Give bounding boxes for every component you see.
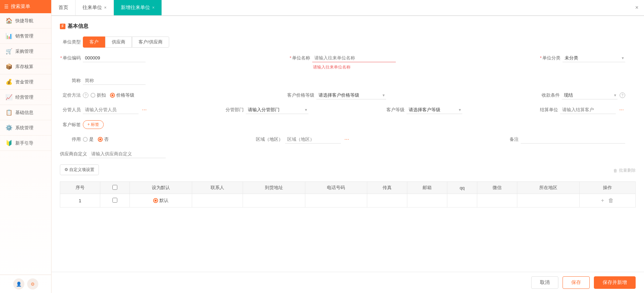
sidebar-bottom: 👤 ⚙ [0, 275, 51, 293]
add-tag-btn[interactable]: + 标签 [83, 120, 104, 129]
unit-code-field: *单位编码 [60, 54, 146, 62]
cell-area [517, 194, 579, 207]
region-input[interactable] [285, 135, 341, 144]
row-add-btn[interactable]: + [599, 197, 605, 204]
operations-icon: 📈 [6, 94, 13, 100]
sidebar-item-sales[interactable]: 📊 销售管理 [0, 29, 51, 44]
payment-help-icon[interactable]: ? [620, 92, 625, 98]
money-icon: 💰 [6, 79, 13, 85]
disabled-row: 停用 是 否 区域（地区） ··· [60, 135, 636, 144]
table-wrapper: 序号 设为默认 联系人 到货地址 电话号码 传真 邮箱 qq 微信 [60, 181, 636, 207]
sidebar-item-system[interactable]: ⚙️ 系统管理 [0, 120, 51, 136]
col-area: 所在地区 [517, 182, 579, 194]
cancel-button[interactable]: 取消 [531, 276, 558, 289]
unit-category-select-wrapper: 未分类 [563, 54, 625, 62]
select-all-checkbox[interactable] [112, 185, 117, 190]
region-more-btn[interactable]: ··· [343, 136, 350, 143]
settlement-unit-input[interactable] [560, 106, 616, 114]
tab-home[interactable]: 首页 [52, 0, 76, 15]
guide-icon: 🔰 [6, 140, 13, 146]
settlement-unit-label: 结算单位 [537, 107, 558, 113]
pricing-discount-circle [91, 93, 95, 98]
chart-icon: 📊 [6, 33, 13, 39]
tags-field: 客户标签 + 标签 [60, 120, 104, 129]
department-label: 分管部门 [223, 107, 244, 113]
col-phone: 电话号码 [305, 182, 367, 194]
customer-price-level-select[interactable]: 请选择客户价格等级 [316, 91, 386, 99]
tab-partners[interactable]: 往来单位 × [76, 0, 114, 15]
settlement-more-btn[interactable]: ··· [618, 107, 625, 113]
default-radio[interactable]: 默认 [133, 197, 188, 204]
short-name-input[interactable] [83, 76, 146, 85]
gear-icon: ⚙️ [6, 124, 13, 131]
pricing-discount-radio[interactable]: 折扣 [91, 92, 106, 98]
content-area: F 基本信息 单位类型 客户 供应商 客户/供应商 *单位编码 [52, 16, 644, 272]
unit-name-input[interactable] [312, 54, 396, 62]
table-row: 1 默认 [60, 194, 636, 207]
type-btn-supplier[interactable]: 供应商 [105, 36, 132, 48]
table-section: ⚙ 自定义项设置 🗑 批量删除 序号 设为默认 [60, 164, 636, 207]
settlement-unit-field: 结算单位 ··· [537, 106, 625, 114]
sidebar-item-finance[interactable]: 💰 资金管理 [0, 74, 51, 90]
department-wrapper: 请输入分管部门 [246, 106, 308, 114]
save-add-button[interactable]: 保存并新增 [594, 276, 636, 289]
short-name-row: 简称 [60, 76, 636, 85]
col-qq: qq [447, 182, 477, 194]
pricing-level-radio[interactable]: 价格等级 [110, 92, 134, 98]
payment-terms-select[interactable]: 现结 [562, 91, 618, 99]
box-icon: 📦 [6, 63, 13, 70]
region-field: 区域（地区） ··· [256, 135, 350, 144]
cell-action: + 🗑 [579, 194, 635, 207]
cell-address [243, 194, 305, 207]
unit-category-select[interactable]: 未分类 [563, 54, 625, 62]
contacts-table: 序号 设为默认 联系人 到货地址 电话号码 传真 邮箱 qq 微信 [60, 181, 636, 207]
disabled-field: 停用 是 否 [60, 136, 109, 143]
save-button[interactable]: 保存 [563, 276, 590, 289]
department-select[interactable]: 请输入分管部门 [246, 106, 308, 114]
sidebar-user-btn[interactable]: 👤 [13, 278, 24, 290]
payment-terms-label: 收款条件 [539, 92, 560, 98]
row-checkbox[interactable] [112, 198, 117, 203]
sidebar-item-purchase[interactable]: 🛒 采购管理 [0, 44, 51, 59]
short-name-field: 简称 [60, 76, 146, 85]
tab-new-partner[interactable]: 新增往来单位 × [114, 0, 162, 15]
pricing-method-field: 定价方法 ? 折扣 价格等级 [60, 92, 134, 98]
window-close-btn[interactable]: × [630, 5, 644, 11]
disabled-no-radio[interactable]: 否 [98, 136, 109, 143]
batch-delete-btn[interactable]: 🗑 批量删除 [613, 168, 636, 173]
customer-level-select[interactable]: 请选择客户等级 [407, 106, 462, 114]
customer-level-field: 客户等级 请选择客户等级 [384, 106, 462, 114]
col-fax: 传真 [367, 182, 407, 194]
supplier-custom-input[interactable] [89, 150, 166, 158]
unit-type-btn-group: 客户 供应商 客户/供应商 [83, 36, 169, 48]
row-delete-btn[interactable]: 🗑 [607, 197, 615, 204]
supplier-custom-field: 供应商自定义 [60, 150, 166, 158]
sidebar-item-quick-nav[interactable]: 🏠 快捷导航 [0, 13, 51, 29]
sidebar-item-operations[interactable]: 📈 经营管理 [0, 90, 51, 105]
region-label: 区域（地区） [256, 136, 283, 143]
sidebar-settings-btn[interactable]: ⚙ [27, 278, 38, 290]
list-icon: 📋 [6, 109, 13, 116]
sidebar-item-basic-info[interactable]: 📋 基础信息 [0, 105, 51, 120]
manager-input[interactable] [83, 106, 139, 114]
pricing-help-icon[interactable]: ? [83, 92, 88, 98]
custom-settings-btn[interactable]: ⚙ 自定义项设置 [60, 164, 99, 175]
remark-input[interactable] [521, 135, 625, 144]
tab-new-partner-close[interactable]: × [152, 5, 155, 10]
tab-partners-close[interactable]: × [104, 5, 107, 10]
tab-bar: 首页 往来单位 × 新增往来单位 × × [52, 0, 644, 16]
remark-field: 备注 [498, 135, 625, 144]
col-index: 序号 [60, 182, 100, 194]
section-icon: F [60, 24, 65, 29]
disabled-yes-radio[interactable]: 是 [83, 136, 94, 143]
code-name-row: *单位编码 *单位名称 请输入往来单位名称 *单位分类 [60, 54, 636, 70]
unit-code-input[interactable] [83, 54, 146, 62]
cell-checkbox [100, 194, 130, 207]
manager-more-btn[interactable]: ··· [141, 107, 148, 113]
type-btn-both[interactable]: 客户/供应商 [132, 36, 169, 48]
default-radio-circle [153, 198, 158, 203]
sidebar-item-inventory[interactable]: 📦 库存核算 [0, 59, 51, 74]
type-btn-customer[interactable]: 客户 [83, 36, 105, 48]
sidebar-search[interactable]: ☰ 搜索菜单 [0, 0, 51, 13]
sidebar-item-guide[interactable]: 🔰 新手引导 [0, 136, 51, 151]
